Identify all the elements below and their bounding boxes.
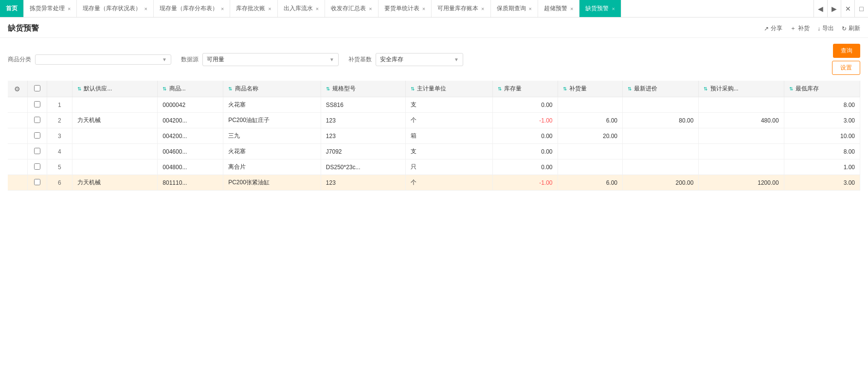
col-index (47, 81, 72, 97)
col-min-stock[interactable]: ⇅ 最低库存 (784, 81, 860, 97)
tab-home[interactable]: 首页 (0, 0, 24, 17)
tab-expand-btn[interactable]: □ (854, 0, 868, 18)
col-checkbox[interactable] (27, 81, 47, 97)
row-checkbox[interactable] (34, 163, 40, 170)
col-restock-qty[interactable]: ⇅ 补货量 (558, 81, 623, 97)
tab-close-inventory-dist[interactable]: × (221, 6, 224, 12)
restock-action[interactable]: ＋ 补货 (790, 24, 810, 33)
tab-prev-btn[interactable]: ◀ (814, 0, 827, 18)
row-restock-qty (558, 159, 623, 175)
row-restock-qty (558, 97, 623, 113)
page-title: 缺货预警 (8, 23, 39, 34)
settings-button[interactable]: 设置 (832, 61, 860, 75)
row-stock-qty: 0.00 (492, 97, 558, 113)
datasource-filter-group: 数据源 可用量 ▼ (181, 53, 339, 66)
row-settings-cell (8, 159, 27, 175)
tab-collect-summary[interactable]: 收发存汇总表 × (325, 0, 378, 17)
col-unit[interactable]: ⇅ 主计量单位 (405, 81, 492, 97)
row-supplier (72, 128, 158, 144)
refresh-action[interactable]: ↻ 刷新 (842, 24, 860, 33)
tab-batch-account[interactable]: 库存批次账 × (230, 0, 277, 17)
sort-icon-restock: ⇅ (563, 86, 567, 91)
restock-basis-select[interactable]: 安全库存 ▼ (376, 53, 463, 66)
row-est-purchase (699, 144, 784, 159)
row-latest-price: 80.00 (623, 113, 699, 128)
row-checkbox-cell[interactable] (27, 97, 47, 113)
tab-demand-stats[interactable]: 要货单统计表 × (379, 0, 432, 17)
tab-close-demand-stats[interactable]: × (422, 6, 425, 12)
col-product-code[interactable]: ⇅ 商品... (158, 81, 223, 97)
row-est-purchase (699, 97, 784, 113)
row-checkbox[interactable] (34, 101, 40, 107)
row-checkbox[interactable] (34, 117, 40, 123)
tab-close-inventory-status[interactable]: × (144, 6, 147, 12)
datasource-select[interactable]: 可用量 ▼ (202, 53, 339, 66)
tab-available-ledger[interactable]: 可用量库存账本 × (432, 0, 490, 17)
share-action[interactable]: ↗ 分享 (764, 24, 782, 33)
sort-icon-price: ⇅ (628, 86, 632, 91)
restock-label: 补货 (798, 24, 810, 33)
restock-basis-value: 安全库存 (380, 55, 403, 64)
row-unit: 只 (405, 159, 492, 175)
tab-close-batch-account[interactable]: × (268, 6, 271, 12)
row-checkbox[interactable] (34, 148, 40, 154)
row-latest-price: 200.00 (623, 175, 699, 191)
page-header: 缺货预警 ↗ 分享 ＋ 补货 ↓ 导出 ↻ 刷新 (0, 18, 868, 38)
tab-shortage-warning[interactable]: 缺货预警 × (579, 0, 621, 17)
row-code: 004800... (158, 159, 223, 175)
restock-basis-filter-group: 补货基数 安全库存 ▼ (348, 53, 463, 66)
row-name: 三九 (223, 128, 321, 144)
row-unit: 支 (405, 97, 492, 113)
datasource-filter-label: 数据源 (181, 55, 199, 64)
row-supplier: 力天机械 (72, 113, 158, 128)
row-checkbox-cell[interactable] (27, 113, 47, 128)
tab-close-inout-flow[interactable]: × (316, 6, 319, 12)
col-stock-qty[interactable]: ⇅ 库存量 (492, 81, 558, 97)
sort-icon-supplier: ⇅ (77, 86, 81, 91)
row-checkbox-cell[interactable] (27, 128, 47, 144)
col-default-supplier[interactable]: ⇅ 默认供应... (72, 81, 158, 97)
row-index: 2 (47, 113, 72, 128)
tab-close-overstock-warning[interactable]: × (570, 6, 573, 12)
row-checkbox-cell[interactable] (27, 175, 47, 191)
row-supplier: 力天机械 (72, 175, 158, 191)
tab-bar: 首页 拣货异常处理 × 现存量（库存状况表） × 现存量（库存分布表） × 库存… (0, 0, 868, 18)
col-latest-price[interactable]: ⇅ 最新进价 (623, 81, 699, 97)
gear-icon[interactable]: ⚙ (14, 85, 20, 93)
query-button[interactable]: 查询 (833, 44, 860, 58)
tab-close-collect-summary[interactable]: × (369, 6, 372, 12)
row-spec: SS816 (321, 97, 405, 113)
category-select[interactable]: ▼ (35, 54, 171, 65)
tab-close-expiry-query[interactable]: × (529, 6, 532, 12)
tab-inout-flow[interactable]: 出入库流水 × (278, 0, 325, 17)
tab-close-abnormal[interactable]: × (68, 6, 71, 12)
row-checkbox[interactable] (34, 179, 40, 185)
row-code: 004600... (158, 144, 223, 159)
export-action[interactable]: ↓ 导出 (817, 24, 834, 33)
col-spec[interactable]: ⇅ 规格型号 (321, 81, 405, 97)
col-est-purchase[interactable]: ⇅ 预计采购... (699, 81, 784, 97)
row-code: 801110... (158, 175, 223, 191)
row-checkbox-cell[interactable] (27, 159, 47, 175)
tab-expiry-query[interactable]: 保质期查询 × (491, 0, 538, 17)
col-product-name[interactable]: ⇅ 商品名称 (223, 81, 321, 97)
select-all-checkbox[interactable] (34, 85, 40, 91)
row-checkbox[interactable] (34, 132, 40, 139)
row-name: 火花塞 (223, 97, 321, 113)
tab-inventory-dist[interactable]: 现存量（库存分布表） × (154, 0, 230, 17)
row-latest-price (623, 97, 699, 113)
tab-overstock-warning[interactable]: 超储预警 × (538, 0, 579, 17)
tab-close-available-ledger[interactable]: × (481, 6, 484, 12)
filter-area: 商品分类 ▼ 数据源 可用量 ▼ 补货基数 安全库存 ▼ 查询 设置 (0, 38, 868, 81)
restock-basis-filter-label: 补货基数 (348, 55, 372, 64)
row-name: PC200油缸庄子 (223, 113, 321, 128)
row-checkbox-cell[interactable] (27, 144, 47, 159)
tab-next-btn[interactable]: ▶ (827, 0, 841, 18)
tab-abnormal[interactable]: 拣货异常处理 × (24, 0, 77, 17)
category-dropdown-icon: ▼ (162, 57, 167, 62)
tab-inventory-status[interactable]: 现存量（库存状况表） × (77, 0, 153, 17)
tab-close-shortage-warning[interactable]: × (612, 6, 615, 12)
tab-close-all-btn[interactable]: ✕ (841, 0, 854, 18)
col-settings[interactable]: ⚙ (8, 81, 27, 97)
table-body: 1 0000042 火花塞 SS816 支 0.00 8.00 2 力天机械 0… (8, 97, 860, 191)
